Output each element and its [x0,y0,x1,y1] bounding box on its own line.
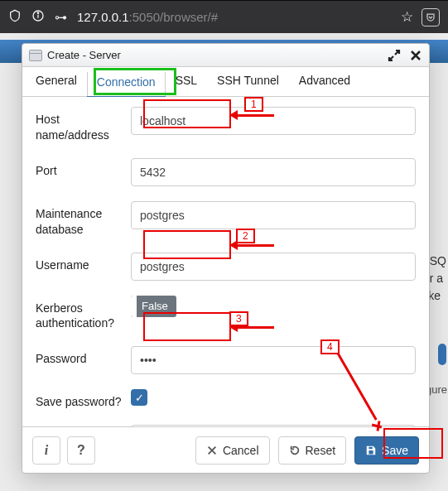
form-body: Host name/address Port Maintenance datab… [22,97,429,426]
host-label: Host name/address [36,107,131,143]
cancel-button[interactable]: Cancel [195,436,270,465]
dialog-title: Create - Server [47,49,121,61]
star-icon[interactable]: ☆ [401,8,413,26]
server-icon [29,50,42,61]
dialog-header[interactable]: Create - Server [22,44,429,67]
dialog-footer: i ? Cancel Reset Save [22,426,429,473]
username-input[interactable] [131,253,416,281]
reset-button[interactable]: Reset [278,436,347,465]
browser-right-icons: ☆ [401,8,440,26]
maintdb-input[interactable] [131,201,416,229]
role-input[interactable] [131,425,416,426]
info-circle-icon[interactable] [31,9,45,26]
savepw-label: Save password? [36,389,131,410]
dialog-tabs: General Connection SSL SSH Tunnel Advanc… [22,67,429,97]
save-label: Save [382,444,408,457]
expand-icon[interactable] [388,49,401,62]
password-input[interactable] [131,346,416,374]
password-label: Password [36,346,131,367]
shield-icon[interactable] [8,9,22,26]
tab-advanced[interactable]: Advanced [289,67,360,96]
help-button[interactable]: ? [67,436,95,465]
port-label: Port [36,158,131,179]
kerberos-label: Kerberos authentication? [36,296,131,332]
browser-left-icons: ⊶ [8,9,67,26]
cancel-label: Cancel [223,444,259,457]
savepw-checkbox[interactable]: ✓ [131,389,147,406]
role-label: Role [36,425,131,426]
pocket-icon[interactable] [422,8,440,26]
username-label: Username [36,253,131,273]
svg-point-2 [37,12,38,13]
toggle-knob [131,296,137,317]
save-button[interactable]: Save [354,436,419,465]
url-rest: :5050/browser/# [129,10,219,24]
url-bar[interactable]: 127.0.0.1:5050/browser/# [77,10,218,24]
tab-ssl[interactable]: SSL [166,67,207,96]
tab-general[interactable]: General [26,67,87,96]
host-input[interactable] [131,107,416,135]
close-icon[interactable] [409,49,422,62]
info-button[interactable]: i [32,436,60,465]
kerberos-toggle[interactable]: False [131,296,176,317]
reset-label: Reset [306,444,336,457]
port-input[interactable] [131,158,416,186]
key-icon[interactable]: ⊶ [55,10,67,25]
tab-connection[interactable]: Connection [87,67,166,97]
url-host: 127.0.0.1 [77,10,129,24]
maintdb-label: Maintenance database [36,201,131,238]
create-server-dialog: Create - Server General Connection SSL S… [22,43,430,474]
toggle-text: False [137,300,176,312]
tab-sshtunnel[interactable]: SSH Tunnel [207,67,289,96]
browser-bar: ⊶ 127.0.0.1:5050/browser/# ☆ [0,0,448,33]
